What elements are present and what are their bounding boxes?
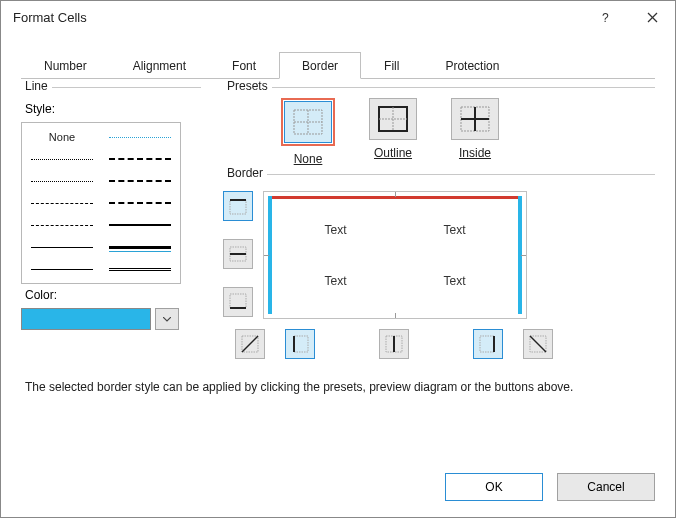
border-diag-down-button[interactable] [523,329,553,359]
tab-alignment[interactable]: Alignment [110,52,209,79]
hint-text: The selected border style can be applied… [25,379,651,396]
tab-fill[interactable]: Fill [361,52,422,79]
line-style-opt[interactable] [26,259,98,279]
preset-outline[interactable]: Outline [369,98,417,166]
close-button[interactable] [629,1,675,33]
cancel-button[interactable]: Cancel [557,473,655,501]
svg-rect-12 [230,200,246,214]
line-style-opt[interactable] [26,171,98,191]
preset-none-icon [293,109,323,135]
dialog-title: Format Cells [13,10,583,25]
color-label: Color: [25,288,201,302]
preset-inside[interactable]: Inside [451,98,499,166]
line-group: Line Style: None Color: [21,87,201,330]
title-bar: Format Cells ? [1,1,675,33]
svg-line-19 [242,336,258,352]
color-dropdown[interactable] [155,308,179,330]
chevron-down-icon [163,317,171,322]
border-left-button[interactable] [285,329,315,359]
preview-cell: Text [276,204,395,255]
preset-inside-icon [460,106,490,132]
line-style-opt[interactable] [104,171,176,191]
border-mid-v-button[interactable] [379,329,409,359]
line-style-opt[interactable] [104,127,176,147]
line-style-opt[interactable] [104,259,176,279]
line-style-opt[interactable] [26,215,98,235]
svg-rect-16 [230,294,246,308]
line-style-opt[interactable] [104,149,176,169]
svg-rect-24 [480,336,494,352]
line-style-opt[interactable] [104,215,176,235]
presets-group: Presets None Outline [223,87,655,166]
color-swatch[interactable] [21,308,151,330]
presets-group-label: Presets [223,79,272,93]
tab-number[interactable]: Number [21,52,110,79]
border-bottom-button[interactable] [223,287,253,317]
preset-outline-icon [378,106,408,132]
line-style-list[interactable]: None [21,122,181,284]
border-group: Border Text Text [223,174,655,359]
preset-none[interactable]: None [281,98,335,166]
border-preview[interactable]: Text Text Text Text [263,191,527,319]
preview-cell: Text [395,204,514,255]
preview-cell: Text [395,255,514,306]
line-style-opt[interactable] [104,237,176,257]
border-group-label: Border [223,166,267,180]
svg-line-27 [530,336,546,352]
style-label: Style: [25,102,201,116]
ok-button[interactable]: OK [445,473,543,501]
border-right-button[interactable] [473,329,503,359]
svg-text:?: ? [602,11,609,23]
line-style-none[interactable]: None [49,131,75,143]
line-style-opt[interactable] [26,193,98,213]
line-style-opt[interactable] [26,149,98,169]
tab-font[interactable]: Font [209,52,279,79]
tab-bar: Number Alignment Font Border Fill Protec… [21,51,655,79]
line-group-label: Line [21,79,52,93]
border-top-button[interactable] [223,191,253,221]
line-style-opt[interactable] [26,237,98,257]
tab-border[interactable]: Border [279,52,361,79]
help-button[interactable]: ? [583,1,629,33]
svg-rect-20 [294,336,308,352]
border-diag-up-button[interactable] [235,329,265,359]
tab-protection[interactable]: Protection [422,52,522,79]
line-style-opt[interactable] [104,193,176,213]
border-mid-h-button[interactable] [223,239,253,269]
preview-cell: Text [276,255,395,306]
